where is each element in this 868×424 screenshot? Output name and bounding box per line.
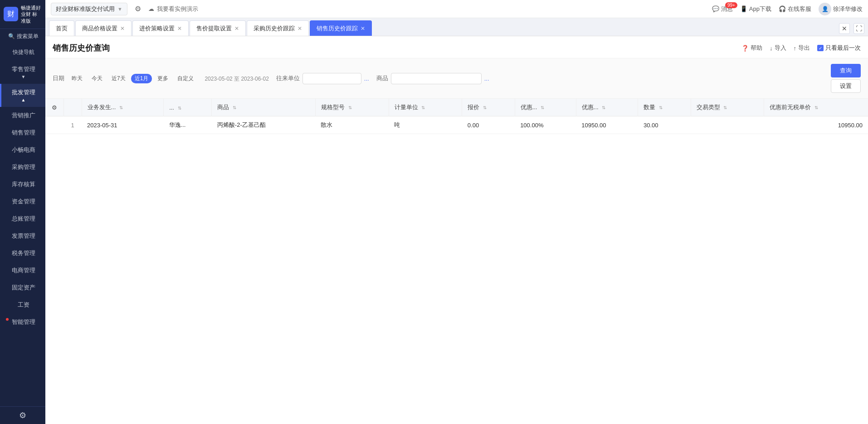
sidebar-item-payroll[interactable]: 工资	[0, 296, 45, 313]
topbar: 好业财标准版交付试用 ▼ ⚙ ☁ 我要看实例演示 💬 消息 99+ 📱 App下…	[45, 0, 868, 18]
col-discount2[interactable]: 优惠... ⇅	[576, 99, 638, 116]
inventory-label: 库存核算	[12, 180, 35, 188]
source-unit-input[interactable]	[302, 73, 361, 84]
product-ellipsis[interactable]: ...	[484, 75, 489, 82]
tab-sale-extract[interactable]: 售价提取设置 ✕	[190, 20, 246, 36]
row-product-cell: 丙烯酸-2-乙基己酯	[212, 116, 316, 134]
demo-button[interactable]: ☁ 我要看实例演示	[148, 5, 198, 13]
col-settings[interactable]: ⚙	[45, 99, 63, 116]
sidebar-item-smart[interactable]: 智能管理	[0, 313, 45, 331]
date-opt-7days[interactable]: 近7天	[108, 74, 129, 83]
sales-label: 销售管理	[12, 129, 35, 137]
date-opt-custom[interactable]: 自定义	[174, 74, 197, 83]
cloud-icon: ☁	[148, 5, 154, 12]
sidebar-item-fixed-assets[interactable]: 固定资产	[0, 279, 45, 296]
tab-purchase-history-label: 采购历史价跟踪	[254, 24, 295, 33]
tab-close-window-button[interactable]: ✕	[839, 23, 850, 34]
row-discount1-cell: 100.00%	[515, 116, 576, 134]
ledger-label: 总账管理	[12, 215, 35, 223]
col-spec[interactable]: 规格型号 ⇅	[315, 99, 389, 116]
ecommerce-label: 电商管理	[12, 266, 35, 275]
sidebar-item-ecommerce[interactable]: 电商管理	[0, 262, 45, 279]
col-date[interactable]: 业务发生... ⇅	[82, 99, 164, 116]
tabbar-actions: ✕ ⛶	[839, 23, 864, 36]
tab-sale-extract-close[interactable]: ✕	[234, 25, 239, 32]
import-button[interactable]: ↓ 导入	[770, 44, 786, 52]
sidebar-item-ledger[interactable]: 总账管理	[0, 210, 45, 227]
col-pretax-price[interactable]: 优惠前无税单价 ⇅	[764, 99, 868, 116]
last-only-label: 只看最后一次	[825, 44, 861, 52]
help-button[interactable]: ❓ 帮助	[741, 44, 762, 52]
tab-sales-history-close[interactable]: ✕	[361, 25, 365, 32]
date-opt-1month[interactable]: 近1月	[131, 74, 152, 83]
tab-home[interactable]: 首页	[49, 20, 74, 36]
online-service-button[interactable]: 🎧 在线客服	[779, 5, 811, 13]
export-icon: ↑	[794, 45, 797, 52]
tab-sale-extract-label: 售价提取设置	[196, 24, 232, 33]
date-options: 昨天 今天 近7天 近1月 更多 自定义	[68, 74, 197, 83]
query-button[interactable]: 查询	[831, 64, 861, 77]
quicknav-label: 快捷导航	[13, 48, 34, 56]
tab-purchase-history[interactable]: 采购历史价跟踪 ✕	[247, 20, 309, 36]
sidebar-item-inventory[interactable]: 库存核算	[0, 176, 45, 193]
tab-sales-history[interactable]: 销售历史价跟踪 ✕	[310, 20, 372, 36]
product-input[interactable]	[391, 73, 482, 84]
message-button[interactable]: 💬 消息 99+	[712, 5, 733, 13]
message-icon: 💬	[712, 5, 719, 12]
source-unit-ellipsis[interactable]: ...	[364, 75, 369, 82]
col-discount1[interactable]: 优惠... ⇅	[515, 99, 576, 116]
col-qty[interactable]: 数量 ⇅	[638, 99, 691, 116]
tab-cost-strategy[interactable]: 进价策略设置 ✕	[132, 20, 189, 36]
date-opt-more[interactable]: 更多	[154, 74, 172, 83]
col-price[interactable]: 报价 ⇅	[462, 99, 515, 116]
row-trade-type-cell	[691, 116, 764, 134]
gear-icon[interactable]: ⚙	[19, 411, 26, 420]
sidebar-item-finance[interactable]: 资金管理	[0, 193, 45, 210]
user-profile-button[interactable]: 👤 徐泽华修改	[819, 3, 863, 15]
tab-product-price[interactable]: 商品价格设置 ✕	[75, 20, 132, 36]
user-name: 徐泽华修改	[833, 5, 863, 13]
sidebar-item-tax[interactable]: 税务管理	[0, 245, 45, 262]
tab-maximize-button[interactable]: ⛶	[853, 23, 864, 34]
date-opt-today[interactable]: 今天	[88, 74, 106, 83]
col-product[interactable]: 商品 ⇅	[212, 99, 316, 116]
app-download-button[interactable]: 📱 App下载	[740, 5, 771, 13]
tab-purchase-history-close[interactable]: ✕	[297, 25, 302, 32]
col-unit[interactable]: 计量单位 ⇅	[389, 99, 462, 116]
sidebar-item-ecommerce-small[interactable]: 小畅电商	[0, 141, 45, 159]
sidebar-item-sales[interactable]: 销售管理	[0, 124, 45, 141]
wholesale-label: 批发管理	[12, 88, 35, 96]
edition-label: 好业财标准版交付试用	[56, 5, 115, 13]
tab-home-label: 首页	[56, 24, 68, 33]
online-service-label: 在线客服	[788, 5, 811, 13]
sidebar-item-invoice[interactable]: 发票管理	[0, 227, 45, 245]
row-qty-cell: 30.00	[638, 116, 691, 134]
tab-product-price-label: 商品价格设置	[82, 24, 117, 33]
date-opt-yesterday[interactable]: 昨天	[68, 74, 86, 83]
row-spec-cell: 散水	[315, 116, 389, 134]
topbar-right: 💬 消息 99+ 📱 App下载 🎧 在线客服 👤 徐泽华修改	[712, 3, 863, 15]
row-num-cell: 1	[63, 116, 82, 134]
row-date-cell: 2023-05-31	[82, 116, 164, 134]
export-button[interactable]: ↑ 导出	[794, 44, 810, 52]
date-range-text: 2023-05-02 至 2023-06-02	[205, 75, 268, 83]
tab-product-price-close[interactable]: ✕	[120, 25, 125, 32]
app-download-label: App下载	[749, 5, 771, 13]
sidebar-item-wholesale[interactable]: 批发管理 ▲	[0, 84, 45, 107]
tab-cost-strategy-close[interactable]: ✕	[177, 25, 182, 32]
table-header-row: ⚙ 业务发生... ⇅ ... ⇅ 商品 ⇅ 规格型号 ⇅ 计量单位 ⇅ 报价 …	[45, 99, 868, 116]
table-row[interactable]: 1 2023-05-31 华逸... 丙烯酸-2-乙基己酯 散水 吨 0.00 …	[45, 116, 868, 134]
sidebar-item-retail[interactable]: 零售管理 ▼	[0, 61, 45, 84]
app-logo-text: 畅捷通好业财 标准版	[21, 5, 42, 24]
col-trade-type[interactable]: 交易类型 ⇅	[691, 99, 764, 116]
col-extra[interactable]: ... ⇅	[164, 99, 212, 116]
sidebar-item-marketing[interactable]: 营销推广	[0, 107, 45, 124]
edition-selector[interactable]: 好业财标准版交付试用 ▼	[51, 3, 127, 15]
topbar-settings-icon[interactable]: ⚙	[133, 3, 143, 15]
last-only-checkbox[interactable]: ✓ 只看最后一次	[817, 44, 861, 52]
filter-settings-button[interactable]: 设置	[831, 79, 861, 93]
sidebar-item-purchase[interactable]: 采购管理	[0, 159, 45, 176]
row-price-cell: 0.00	[462, 116, 515, 134]
sidebar-item-quicknav[interactable]: 快捷导航	[0, 44, 45, 61]
sidebar-item-search[interactable]: 🔍 搜索菜单	[0, 29, 45, 44]
